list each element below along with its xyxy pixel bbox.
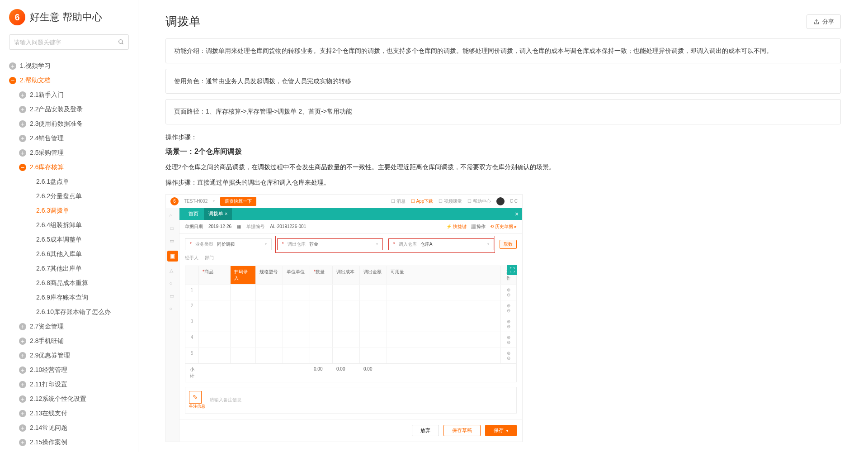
shot-in-warehouse-field: *调入仓库仓库A▾ xyxy=(388,238,494,250)
scenario-1-desc: 处理2个仓库之间的商品调拨，在调拨过程中不会发生商品数量的不一致性。主要处理近距… xyxy=(165,161,841,173)
money-icon: ○ xyxy=(170,281,176,287)
shot-code: AL-20191226-001 xyxy=(270,224,306,229)
shot-tab-doc: 调拨单 × xyxy=(204,208,232,220)
collapse-icon xyxy=(19,164,26,171)
share-icon xyxy=(813,19,820,25)
shot-date: 2019-12-26 xyxy=(208,224,231,229)
steps-label: 操作步骤： xyxy=(165,133,841,142)
scenario-1-steps: 操作步骤：直接通过单据头的调出仓库和调入仓库来处理。 xyxy=(165,176,841,189)
shot-tenant: TEST-H002 xyxy=(184,199,208,204)
expand-icon xyxy=(19,381,26,388)
expand-icon xyxy=(19,439,26,446)
shot-out-warehouse-field: *调出仓库荐金▾ xyxy=(277,238,383,250)
nav-item-2-6-7[interactable]: 2.6.7其他出库单 xyxy=(9,262,129,276)
nav-item-2-12[interactable]: 2.12系统个性化设置 xyxy=(9,392,129,406)
shot-tabs: 首页 调拨单 × × xyxy=(179,208,522,220)
chevron-down-icon: ▾ xyxy=(213,199,215,203)
expand-icon xyxy=(19,323,26,330)
shot-tab-home: 首页 xyxy=(184,208,203,220)
screenshot-1: 6 TEST-H002 ▾ 薪资快算一下 ☐ 消息 ☐ App下载 ☐ 视频课堂… xyxy=(165,194,523,442)
shot-remark: ✎ 备注信息 请输入备注信息 xyxy=(185,387,517,414)
role-box: 使用角色：通常由业务人员发起调拨，仓管人员完成实物的转移 xyxy=(165,69,841,94)
nav-item-2-3[interactable]: 2.3使用前数据准备 xyxy=(9,117,129,131)
scenario-1-title: 场景一：2个仓库间调拨 xyxy=(165,147,841,157)
expand-icon xyxy=(19,366,26,374)
share-button[interactable]: 分享 xyxy=(807,14,841,29)
nav-item-2-1[interactable]: 2.1新手入门 xyxy=(9,88,129,102)
nav-item-2-6-10[interactable]: 2.6.10库存账本错了怎么办 xyxy=(9,305,129,319)
nav-item-2-6-2[interactable]: 2.6.2分量盘点单 xyxy=(9,189,129,204)
home-icon: ⌂ xyxy=(170,213,176,219)
path-box: 页面路径：1、库存核算->库存管理->调拨单 2、首页->常用功能 xyxy=(165,99,841,124)
expand-icon: ⛶ xyxy=(507,265,517,275)
expand-icon xyxy=(19,395,26,403)
box-icon: △ xyxy=(170,268,176,274)
shot-date-label: 单据日期 xyxy=(185,224,203,230)
nav-item-2-6-9[interactable]: 2.6.9库存账本查询 xyxy=(9,290,129,305)
shot-username: C C xyxy=(510,199,518,204)
shot-help-link: ☐ 帮助中心 xyxy=(467,198,491,205)
nav-item-2-6[interactable]: 2.6库存核算 xyxy=(9,160,129,175)
shot-code-label: 单据编号 xyxy=(246,224,264,230)
note-icon: ✎ xyxy=(189,391,202,404)
search-wrap xyxy=(9,34,129,50)
expand-icon xyxy=(9,62,16,70)
nav-item-2-6-5[interactable]: 2.6.5成本调整单 xyxy=(9,233,129,247)
shot-draft-button: 保存草稿 xyxy=(443,425,481,436)
search-input[interactable] xyxy=(9,34,129,50)
nav-item-2-10[interactable]: 2.10经营管理 xyxy=(9,363,129,377)
expand-icon xyxy=(19,352,26,359)
nav-item-2-11[interactable]: 2.11打印设置 xyxy=(9,377,129,392)
shot-remark-input: 请输入备注信息 xyxy=(210,397,513,403)
shot-quick-link: ⚡ 快捷键 xyxy=(446,224,467,230)
brand-logo-icon: 6 xyxy=(9,9,25,25)
shot-ops-link: ▦ 操作 xyxy=(471,224,486,230)
expand-icon xyxy=(19,91,26,99)
shot-msg-link: ☐ 消息 xyxy=(391,198,406,205)
nav-item-2-6-4[interactable]: 2.6.4组装拆卸单 xyxy=(9,218,129,233)
nav-item-2-13[interactable]: 2.13在线支付 xyxy=(9,406,129,421)
shot-video-link: ☐ 视频课堂 xyxy=(439,198,462,205)
expand-icon xyxy=(19,338,26,345)
nav-item-2-5[interactable]: 2.5采购管理 xyxy=(9,146,129,160)
shot-siderail: ⌂ ▭ ▭ ▣ △ ○ ▭ ○ xyxy=(166,208,179,442)
nav-item-help-docs[interactable]: 2.帮助文档 xyxy=(9,73,129,88)
nav-item-2-7[interactable]: 2.7资金管理 xyxy=(9,319,129,334)
nav-item-2-6-8[interactable]: 2.6.8商品成本重算 xyxy=(9,276,129,290)
doc-icon: ▭ xyxy=(170,225,176,232)
search-icon xyxy=(118,39,124,45)
expand-icon xyxy=(19,135,26,142)
nav-item-2-14[interactable]: 2.14常见问题 xyxy=(9,421,129,435)
nav-item-2-8[interactable]: 2.8手机旺铺 xyxy=(9,334,129,348)
chart-icon: ▭ xyxy=(170,293,176,300)
shot-discard-button: 放弃 xyxy=(412,425,439,436)
shot-app-link: ☐ App下载 xyxy=(411,198,433,205)
nav-item-2-2[interactable]: 2.2产品安装及登录 xyxy=(9,102,129,117)
nav-item-2-6-3[interactable]: 2.6.3调拨单 xyxy=(9,204,129,218)
shot-handler-label: 经手人 xyxy=(185,255,198,261)
nav-item-video-learning[interactable]: 1.视频学习 xyxy=(9,59,129,73)
expand-icon xyxy=(19,106,26,113)
brand-title: 好生意 帮助中心 xyxy=(30,10,102,24)
avatar-icon xyxy=(496,197,505,205)
expand-icon xyxy=(19,149,26,157)
gear-icon: ○ xyxy=(170,306,176,312)
main-content: 调拨单 分享 功能介绍：调拨单用来处理仓库间货物的转移业务。支持2个仓库间的调拨… xyxy=(138,0,868,452)
sidebar: 6 好生意 帮助中心 1.视频学习 2.帮助文档 2.1新手入门 2.2产品安装… xyxy=(0,0,138,452)
shot-save-button: 保存▾ xyxy=(485,425,517,436)
nav-item-2-6-6[interactable]: 2.6.6其他入库单 xyxy=(9,247,129,262)
nav-item-2-6-1[interactable]: 2.6.1盘点单 xyxy=(9,175,129,189)
nav-item-2-15[interactable]: 2.15操作案例 xyxy=(9,435,129,450)
close-icon: × xyxy=(511,208,522,220)
nav-item-2-9[interactable]: 2.9优惠券管理 xyxy=(9,348,129,363)
expand-icon xyxy=(19,120,26,128)
nav-item-2-4[interactable]: 2.4销售管理 xyxy=(9,131,129,146)
shot-history-link: ⟲ 历史单据 ▸ xyxy=(490,224,517,230)
expand-icon xyxy=(19,410,26,417)
svg-line-1 xyxy=(122,43,123,44)
intro-box: 功能介绍：调拨单用来处理仓库间货物的转移业务。支持2个仓库间的调拨，也支持多个仓… xyxy=(165,38,841,63)
svg-point-0 xyxy=(119,40,123,43)
shot-logo-icon: 6 xyxy=(170,197,179,205)
shot-table: ⛶ *商品 扫码录入 规格型号 单位单位 *数量 调出成本 调出金额 可用量 操… xyxy=(185,266,517,382)
warehouse-icon: ▣ xyxy=(167,251,178,262)
